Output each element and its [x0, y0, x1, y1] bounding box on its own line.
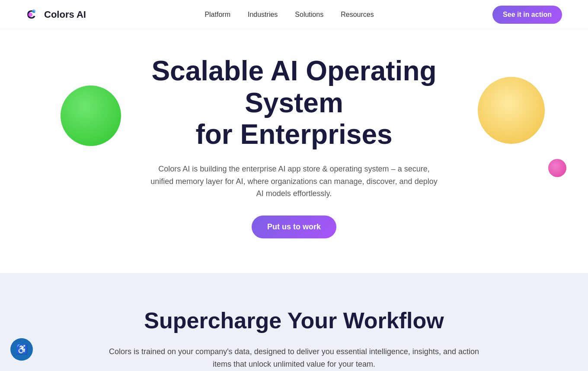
hero-title-line1: Scalable AI Operating System — [151, 55, 436, 118]
workflow-title: Supercharge Your Workflow — [26, 308, 562, 333]
nav-link-platform[interactable]: Platform — [205, 11, 230, 19]
workflow-section: Supercharge Your Workflow Colors is trai… — [0, 273, 588, 371]
nav-links: Platform Industries Solutions Resources — [205, 11, 374, 19]
logo-text: Colors AI — [44, 9, 86, 20]
decorative-circle-pink — [548, 159, 566, 177]
nav-link-resources[interactable]: Resources — [341, 11, 374, 19]
navbar: C Colors AI Platform Industries Solution… — [0, 0, 588, 29]
logo[interactable]: C Colors AI — [26, 7, 86, 22]
accessibility-icon: ♿ — [16, 344, 28, 355]
logo-icon: C — [26, 7, 42, 22]
accessibility-button[interactable]: ♿ — [10, 338, 33, 361]
nav-link-solutions[interactable]: Solutions — [295, 11, 323, 19]
hero-title: Scalable AI Operating System for Enterpr… — [125, 55, 463, 151]
hero-title-line2: for Enterprises — [195, 119, 392, 150]
nav-link-industries[interactable]: Industries — [248, 11, 278, 19]
hero-description: Colors AI is building the enterprise AI … — [147, 163, 441, 200]
svg-point-2 — [28, 13, 32, 17]
see-action-button[interactable]: See it in action — [492, 6, 562, 24]
decorative-circle-yellow — [478, 77, 545, 144]
put-us-to-work-button[interactable]: Put us to work — [252, 216, 336, 238]
svg-point-3 — [32, 10, 35, 13]
workflow-description: Colors is trained on your company's data… — [99, 346, 489, 371]
hero-section: Scalable AI Operating System for Enterpr… — [0, 29, 588, 273]
decorative-circle-green — [61, 86, 121, 146]
